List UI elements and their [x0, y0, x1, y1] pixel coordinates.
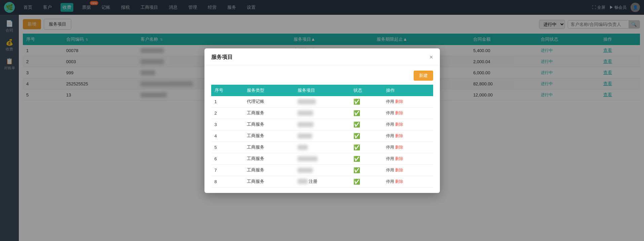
- modal-cell-type: 工商服务: [243, 142, 294, 153]
- stop-button[interactable]: 停用: [386, 167, 394, 173]
- modal-cell-status: ✅: [350, 176, 382, 187]
- modal-cell-status: ✅: [350, 96, 382, 108]
- modal-cell-type: 工商服务: [243, 130, 294, 142]
- modal-table-row: 6 工商服务 XXXXX ✅ 停用 删除: [211, 153, 433, 164]
- stop-button[interactable]: 停用: [386, 99, 394, 105]
- delete-button[interactable]: 删除: [395, 122, 403, 127]
- modal-cell-index: 4: [211, 130, 243, 142]
- modal-body: 新建 序号 服务类型 服务项目 状态 操作 1 代理记账: [204, 65, 440, 193]
- stop-button[interactable]: 停用: [386, 110, 394, 116]
- modal-cell-status: ✅: [350, 164, 382, 176]
- modal-table-row: 3 工商服务 XXXX ✅ 停用 删除: [211, 119, 433, 130]
- modal-cell-item: XXXXX: [294, 153, 350, 164]
- delete-button[interactable]: 删除: [395, 133, 403, 139]
- modal-table-row: 1 代理记账 XXXXX 1 ✅ 停用 删除: [211, 96, 433, 108]
- modal-cell-type: 工商服务: [243, 164, 294, 176]
- modal-cell-status: ✅: [350, 119, 382, 130]
- modal-cell-index: 3: [211, 119, 243, 130]
- modal-cell-index: 2: [211, 107, 243, 119]
- modal-close-button[interactable]: ×: [429, 54, 433, 61]
- modal-cell-type: 工商服务: [243, 176, 294, 187]
- modal-cell-action[interactable]: 停用 删除: [383, 164, 433, 176]
- modal-cell-type: 工商服务: [243, 153, 294, 164]
- stop-button[interactable]: 停用: [386, 179, 394, 185]
- delete-button[interactable]: 删除: [395, 179, 403, 185]
- modal-col-type: 服务类型: [243, 85, 294, 96]
- modal-cell-index: 5: [211, 142, 243, 153]
- modal-col-action: 操作: [383, 85, 433, 96]
- modal-overlay: 服务项目 × 新建 序号 服务类型 服务项目 状态 操作: [0, 0, 644, 241]
- stop-button[interactable]: 停用: [386, 156, 394, 162]
- modal-cell-type: 工商服务: [243, 119, 294, 130]
- modal-table-container[interactable]: 序号 服务类型 服务项目 状态 操作 1 代理记账 XXXXX 1 ✅ 停用 删…: [211, 85, 433, 188]
- stop-button[interactable]: 停用: [386, 122, 394, 127]
- modal-table-row: 8 工商服务 XXX 注册 ✅ 停用 删除: [211, 176, 433, 187]
- modal-cell-index: 8: [211, 176, 243, 187]
- new-service-button[interactable]: 新建: [414, 71, 433, 81]
- modal-cell-item: XXX: [294, 164, 350, 176]
- modal-cell-status: ✅: [350, 153, 382, 164]
- delete-button[interactable]: 删除: [395, 156, 403, 162]
- service-modal: 服务项目 × 新建 序号 服务类型 服务项目 状态 操作: [204, 48, 440, 193]
- delete-button[interactable]: 删除: [395, 110, 403, 116]
- modal-cell-index: 1: [211, 96, 243, 108]
- modal-cell-action[interactable]: 停用 删除: [383, 153, 433, 164]
- modal-cell-item: XXXX: [294, 107, 350, 119]
- delete-button[interactable]: 删除: [395, 99, 403, 105]
- modal-cell-index: 7: [211, 164, 243, 176]
- modal-table-row: 2 工商服务 XXXX ✅ 停用 删除: [211, 107, 433, 119]
- modal-cell-status: ✅: [350, 130, 382, 142]
- modal-cell-action[interactable]: 停用 删除: [383, 176, 433, 187]
- modal-table-row: 5 工商服务 XXX ✅ 停用 删除: [211, 142, 433, 153]
- modal-cell-item: XXXXX 1: [294, 96, 350, 108]
- modal-cell-index: 6: [211, 153, 243, 164]
- modal-col-status: 状态: [350, 85, 382, 96]
- delete-button[interactable]: 删除: [395, 167, 403, 173]
- modal-col-item: 服务项目: [294, 85, 350, 96]
- modal-cell-action[interactable]: 停用 删除: [383, 130, 433, 142]
- modal-table-row: 4 工商服务 XXX ✅ 停用 删除: [211, 130, 433, 142]
- modal-cell-action[interactable]: 停用 删除: [383, 119, 433, 130]
- modal-table-row: 7 工商服务 XXX ✅ 停用 删除: [211, 164, 433, 176]
- modal-cell-action[interactable]: 停用 删除: [383, 107, 433, 119]
- modal-cell-item: XXX: [294, 130, 350, 142]
- modal-cell-status: ✅: [350, 142, 382, 153]
- modal-cell-action[interactable]: 停用 删除: [383, 142, 433, 153]
- modal-header: 服务项目 ×: [204, 48, 440, 65]
- modal-title: 服务项目: [211, 54, 233, 61]
- modal-col-index: 序号: [211, 85, 243, 96]
- modal-cell-type: 代理记账: [243, 96, 294, 108]
- service-table: 序号 服务类型 服务项目 状态 操作 1 代理记账 XXXXX 1 ✅ 停用 删…: [211, 85, 433, 188]
- modal-cell-status: ✅: [350, 107, 382, 119]
- stop-button[interactable]: 停用: [386, 145, 394, 150]
- stop-button[interactable]: 停用: [386, 133, 394, 139]
- modal-cell-item: XXX 注册: [294, 176, 350, 187]
- modal-header-row: 序号 服务类型 服务项目 状态 操作: [211, 85, 433, 96]
- delete-button[interactable]: 删除: [395, 145, 403, 150]
- modal-cell-type: 工商服务: [243, 107, 294, 119]
- modal-cell-item: XXXX: [294, 119, 350, 130]
- modal-toolbar: 新建: [211, 71, 433, 81]
- modal-cell-action[interactable]: 停用 删除: [383, 96, 433, 108]
- modal-cell-item: XXX: [294, 142, 350, 153]
